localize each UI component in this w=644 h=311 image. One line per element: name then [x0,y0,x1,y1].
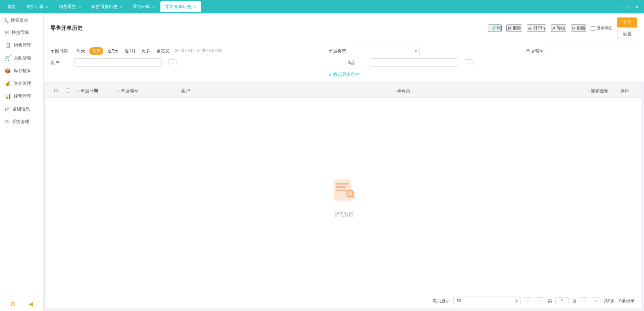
close-tab-sales-return-history-icon[interactable]: ✕ [119,5,122,9]
svg-rect-3 [336,186,346,188]
th-guide-label: 导购员 [397,88,410,94]
th-op-label: 操作 [620,88,629,94]
date-range-display: 2023-06-02 至 2023-06-02 [175,48,222,54]
empty-icon [327,173,361,206]
tab-retail-open[interactable]: 零售开单 ✕ [128,1,160,12]
select-all-checkbox[interactable] [66,89,70,93]
customer-input[interactable] [75,58,162,67]
jump-prefix: 第 [548,298,552,304]
collapse-sidebar-icon[interactable]: ◀ [29,300,33,308]
first-page-btn[interactable]: « [524,297,532,304]
tab-sales-return-history-label: 销货退货历史 [91,4,117,10]
th-num-sort-icon: ⇅ [117,89,119,93]
th-date-label: 单据日期 [81,88,98,94]
export-icon: ↗ [552,26,555,31]
th-num[interactable]: ⇅ 单据编号 [114,88,175,94]
customer-browse-btn[interactable]: ... [168,59,177,66]
date-opt-today[interactable]: 今天 [89,47,103,55]
svg-rect-4 [336,190,347,191]
date-opt-more[interactable]: 更多 [140,47,152,55]
tab-retail-open-label: 零售开单 [133,4,150,10]
window-close-btn[interactable]: ✕ [635,4,639,9]
close-tab-sales-return-icon[interactable]: ✕ [78,5,81,9]
display-columns-input[interactable] [591,26,595,31]
table-area: ⚙ ⇅ 单据日期 ⇅ 单据编号 ⇅ 客户 ⇅ 导购员 [46,84,641,308]
th-guide[interactable]: ⇅ 导购员 [390,88,431,94]
print-icon: 🖨 [528,26,532,31]
finance-icon: 💰 [5,81,11,87]
date-opt-yesterday[interactable]: 昨天 [75,47,87,55]
sidebar-item-purchase-mgmt[interactable]: 🛒 采购管理 [0,52,43,64]
main-layout: 🔍 搜索菜单 ⊞ 快捷导航 📋 销售管理 🛒 采购管理 📦 库存核算 💰 资金管… [0,13,644,311]
export-button[interactable]: ↗ 导出 [551,24,566,32]
per-page-select[interactable]: 10 20 50 100 [453,297,521,305]
quick-nav-icon: ⊞ [5,30,9,36]
type-select-wrapper [353,47,420,55]
setting-button[interactable]: 设置 [617,29,637,39]
th-customer-sort-icon: ⇅ [177,89,180,93]
th-num-label: 单据编号 [121,88,138,94]
table-settings-icon[interactable]: ⚙ [50,88,62,94]
tab-sales-order-label: 销售订单 [26,4,44,10]
tab-sales-return[interactable]: 销货退货 ✕ [54,1,86,12]
sidebar-item-inventory[interactable]: 📦 库存核算 [0,64,43,77]
goods-input[interactable] [371,58,458,67]
table-select-all[interactable] [62,89,74,93]
close-tab-sales-order-icon[interactable]: ✕ [46,5,49,9]
num-filter-label: 单据编号 [526,48,545,54]
last-page-btn[interactable]: » [592,297,600,304]
date-filter-label: 单据日期 [50,48,69,54]
sidebar-item-finance[interactable]: 💰 资金管理 [0,77,43,90]
num-input[interactable] [550,47,637,55]
add-button[interactable]: + 新增 [488,24,502,32]
display-columns-checkbox[interactable]: 显示明细 [591,25,612,31]
close-tab-retail-open-history-icon[interactable]: ✕ [193,5,196,9]
delete-button[interactable]: 🗑 🗑 删除 删除 [506,24,522,32]
tab-retail-open-history-label: 零售开单历史 [165,4,191,10]
th-guide-sort-icon: ⇅ [393,89,396,93]
type-select[interactable] [353,47,420,55]
window-min-btn[interactable]: — [620,4,624,9]
th-customer[interactable]: ⇅ 客户 [175,88,390,94]
purchase-mgmt-icon: 🛒 [5,55,11,61]
th-date[interactable]: ⇅ 单据日期 [74,88,114,94]
next-page-btn[interactable]: > [580,297,589,304]
tab-sales-order[interactable]: 销售订单 ✕ [21,1,53,12]
goods-browse-btn[interactable]: ... [465,59,473,66]
goods-filter-label: 商品 [347,60,365,66]
sidebar-item-sales-mgmt-label: 销售管理 [14,42,31,48]
sidebar-item-business[interactable]: 📊 经营管理 [0,90,43,103]
th-amount[interactable]: ⇅ 实销金额 [571,88,611,94]
settings-gear-icon[interactable]: ⚙ [10,300,15,308]
date-opt-last1m[interactable]: 近1月 [122,47,138,55]
tab-home[interactable]: 首页 [3,1,21,12]
sidebar-item-basic-info[interactable]: 🗂 基础信息 [0,103,43,115]
tab-sales-return-history[interactable]: 销货退货历史 ✕ [87,1,127,12]
sidebar-bottom: ⚙ ◀ [0,297,43,311]
main-content: 零售开单历史 + 新增 🗑 🗑 删除 删除 🖨 打印 ▾ ↗ 导出 [44,13,644,311]
sidebar-item-system[interactable]: ⚙ 系统管理 [0,115,43,128]
delete-icon: 🗑 [507,26,511,31]
jump-suffix: 页 [572,298,577,304]
tab-retail-open-history[interactable]: 零售开单历史 ✕ [160,1,201,12]
window-controls: — □ ✕ [620,4,641,9]
inventory-icon: 📦 [5,68,11,74]
print-button[interactable]: 🖨 打印 ▾ [527,24,546,32]
sidebar-item-system-label: 系统管理 [12,119,29,125]
date-opt-custom[interactable]: 自定义 [154,47,171,55]
page-input[interactable] [555,297,569,304]
sidebar-item-sales-mgmt[interactable]: 📋 销售管理 [0,39,43,52]
collapse-icon: ∧ [329,72,332,77]
refresh-button[interactable]: ↻ 刷新 [571,24,586,32]
prev-page-btn[interactable]: < [536,297,544,304]
th-date-sort-icon: ⇅ [77,89,79,93]
collapse-btn[interactable]: ∧ 收起更多条件 [329,71,359,77]
query-button[interactable]: 查询 [617,17,637,28]
date-opt-last7[interactable]: 近7天 [105,47,120,55]
window-max-btn[interactable]: □ [628,4,631,9]
sidebar-item-quick-nav[interactable]: ⊞ 快捷导航 [0,26,43,39]
type-filter-label: 单据类型 [329,48,347,54]
sidebar-search[interactable]: 🔍 搜索菜单 [0,13,43,26]
close-tab-retail-open-icon[interactable]: ✕ [152,5,155,9]
sidebar-search-label: 搜索菜单 [11,17,28,23]
